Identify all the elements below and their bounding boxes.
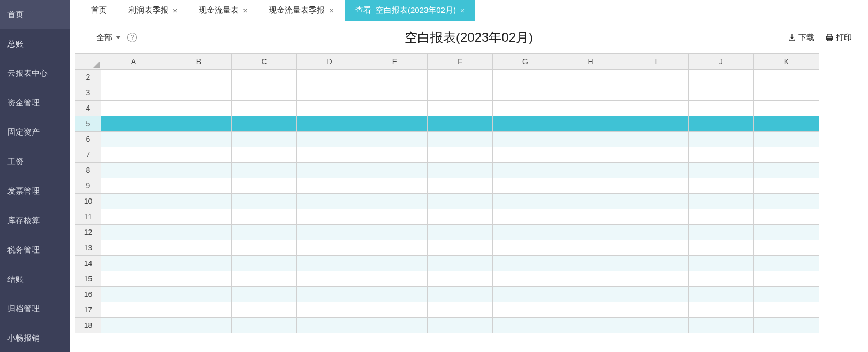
cell-I11[interactable]: [623, 209, 689, 225]
cell-I13[interactable]: [623, 240, 689, 256]
cell-A10[interactable]: [101, 194, 166, 209]
cell-B17[interactable]: [166, 302, 232, 318]
cell-I12[interactable]: [623, 225, 689, 240]
cell-G10[interactable]: [493, 194, 558, 209]
cell-K14[interactable]: [754, 256, 819, 271]
cell-E18[interactable]: [362, 318, 428, 333]
cell-C11[interactable]: [232, 209, 297, 225]
cell-D12[interactable]: [297, 225, 362, 240]
cell-A9[interactable]: [101, 178, 166, 194]
column-header-A[interactable]: A: [101, 54, 166, 70]
cell-G12[interactable]: [493, 225, 558, 240]
cell-D9[interactable]: [297, 178, 362, 194]
row-header-6[interactable]: 6: [75, 132, 101, 147]
tab-4[interactable]: 查看_空白报表(2023年02月)×: [345, 0, 476, 21]
cell-D10[interactable]: [297, 194, 362, 209]
sidebar-item-closing[interactable]: 结账: [0, 265, 70, 294]
cell-A17[interactable]: [101, 302, 166, 318]
filter-dropdown[interactable]: 全部: [96, 33, 121, 43]
cell-K5[interactable]: [754, 116, 819, 132]
cell-J15[interactable]: [689, 271, 754, 287]
cell-A18[interactable]: [101, 318, 166, 333]
cell-C9[interactable]: [232, 178, 297, 194]
cell-K8[interactable]: [754, 163, 819, 178]
cell-F10[interactable]: [428, 194, 493, 209]
sidebar-item-fixed-assets[interactable]: 固定资产: [0, 118, 70, 147]
cell-E13[interactable]: [362, 240, 428, 256]
sidebar-item-invoice[interactable]: 发票管理: [0, 177, 70, 206]
cell-D8[interactable]: [297, 163, 362, 178]
cell-B15[interactable]: [166, 271, 232, 287]
row-header-14[interactable]: 14: [75, 256, 101, 271]
cell-D16[interactable]: [297, 287, 362, 302]
cell-H11[interactable]: [558, 209, 623, 225]
cell-E5[interactable]: [362, 116, 428, 132]
column-header-D[interactable]: D: [297, 54, 362, 70]
cell-C12[interactable]: [232, 225, 297, 240]
cell-G3[interactable]: [493, 85, 558, 101]
sidebar-item-general-ledger[interactable]: 总账: [0, 29, 70, 59]
select-all-corner[interactable]: [75, 54, 101, 70]
cell-G4[interactable]: [493, 101, 558, 116]
column-header-E[interactable]: E: [362, 54, 428, 70]
cell-C3[interactable]: [232, 85, 297, 101]
cell-D4[interactable]: [297, 101, 362, 116]
column-header-K[interactable]: K: [754, 54, 819, 70]
cell-J12[interactable]: [689, 225, 754, 240]
cell-F7[interactable]: [428, 147, 493, 163]
cell-F9[interactable]: [428, 178, 493, 194]
cell-J13[interactable]: [689, 240, 754, 256]
cell-K10[interactable]: [754, 194, 819, 209]
download-button[interactable]: 下载: [788, 33, 814, 43]
cell-I5[interactable]: [623, 116, 689, 132]
cell-K12[interactable]: [754, 225, 819, 240]
cell-G6[interactable]: [493, 132, 558, 147]
sidebar-item-archive[interactable]: 归档管理: [0, 294, 70, 324]
tab-2[interactable]: 现金流量表×: [188, 0, 258, 21]
cell-K4[interactable]: [754, 101, 819, 116]
cell-G17[interactable]: [493, 302, 558, 318]
cell-A14[interactable]: [101, 256, 166, 271]
cell-K15[interactable]: [754, 271, 819, 287]
column-header-J[interactable]: J: [689, 54, 754, 70]
cell-F18[interactable]: [428, 318, 493, 333]
cell-D7[interactable]: [297, 147, 362, 163]
cell-A2[interactable]: [101, 70, 166, 85]
cell-I7[interactable]: [623, 147, 689, 163]
cell-K6[interactable]: [754, 132, 819, 147]
cell-J8[interactable]: [689, 163, 754, 178]
sidebar-item-tax[interactable]: 税务管理: [0, 235, 70, 265]
close-icon[interactable]: ×: [460, 6, 465, 15]
cell-C2[interactable]: [232, 70, 297, 85]
row-header-3[interactable]: 3: [75, 85, 101, 101]
cell-D15[interactable]: [297, 271, 362, 287]
cell-C16[interactable]: [232, 287, 297, 302]
cell-H14[interactable]: [558, 256, 623, 271]
cell-C15[interactable]: [232, 271, 297, 287]
sidebar-item-funds[interactable]: 资金管理: [0, 88, 70, 118]
cell-I16[interactable]: [623, 287, 689, 302]
cell-I15[interactable]: [623, 271, 689, 287]
cell-G18[interactable]: [493, 318, 558, 333]
cell-D3[interactable]: [297, 85, 362, 101]
cell-F14[interactable]: [428, 256, 493, 271]
cell-E15[interactable]: [362, 271, 428, 287]
cell-E6[interactable]: [362, 132, 428, 147]
cell-E16[interactable]: [362, 287, 428, 302]
sidebar-item-expense[interactable]: 小畅报销: [0, 324, 70, 352]
cell-K7[interactable]: [754, 147, 819, 163]
sidebar-item-cloud-reports[interactable]: 云报表中心: [0, 59, 70, 88]
cell-H18[interactable]: [558, 318, 623, 333]
cell-H10[interactable]: [558, 194, 623, 209]
cell-F13[interactable]: [428, 240, 493, 256]
cell-B12[interactable]: [166, 225, 232, 240]
cell-H2[interactable]: [558, 70, 623, 85]
cell-D2[interactable]: [297, 70, 362, 85]
cell-J4[interactable]: [689, 101, 754, 116]
cell-K13[interactable]: [754, 240, 819, 256]
cell-J7[interactable]: [689, 147, 754, 163]
spreadsheet-grid[interactable]: ABCDEFGHIJK23456789101112131415161718: [75, 53, 819, 333]
cell-G2[interactable]: [493, 70, 558, 85]
column-header-B[interactable]: B: [166, 54, 232, 70]
cell-J5[interactable]: [689, 116, 754, 132]
